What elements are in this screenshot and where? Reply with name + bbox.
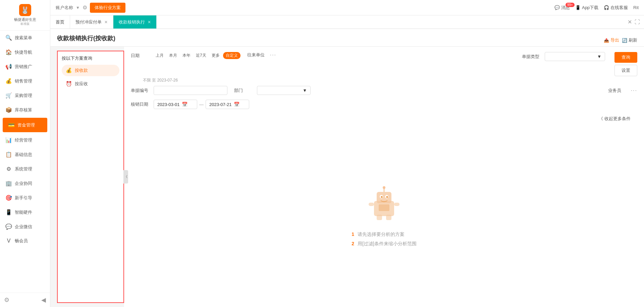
doc-no-label: 单据编号 (131, 88, 151, 94)
filter-area: 按以下方案查询 💰 按收款 ⏰ 按应收 《 日期 (50, 47, 644, 307)
refresh-icon: 🔄 (622, 38, 627, 43)
account-dropdown-icon[interactable]: ▼ (76, 5, 80, 10)
logo-text: 畅捷通好生意 (14, 17, 36, 22)
content-header: 收款核销执行(按收款) 📤 导出 🔄 刷新 (50, 29, 644, 47)
date-opt-custom[interactable]: 自定义 (223, 52, 240, 59)
doc-type-select[interactable]: ▼ (545, 52, 605, 61)
inventory-nav-icon: 📦 (5, 107, 12, 113)
date-opt-this-year[interactable]: 本年 (180, 52, 193, 59)
dept-select[interactable]: ▼ (257, 86, 311, 95)
export-btn[interactable]: 📤 导出 (604, 37, 619, 43)
sidebar-item-purchase[interactable]: 🛒采购管理 (0, 88, 50, 103)
tabbar: 首页 预付冲应付单 ✕ 收款核销执行 ✕ ✕ ⛶ (50, 15, 644, 29)
tab-receipt-cancel-close[interactable]: ✕ (148, 20, 151, 24)
staff-label: 业务员 (608, 88, 628, 94)
dept-label: 部门 (234, 88, 254, 94)
message-badge: 99+ (566, 3, 575, 7)
tabbar-actions: ✕ ⛶ (624, 15, 644, 29)
tab-advance-payment-label: 预付冲应付单 (75, 19, 102, 25)
date-opt-last-month[interactable]: 上月 (154, 52, 166, 59)
svg-rect-12 (379, 204, 389, 211)
purchase-nav-label: 采购管理 (15, 93, 32, 99)
verify-end-date[interactable]: 2023-07-21 📅 (206, 100, 249, 109)
basic-info-nav-icon: 📋 (5, 151, 12, 158)
verify-end-cal-icon[interactable]: 📅 (234, 102, 239, 107)
verify-start-cal-icon[interactable]: 📅 (182, 102, 187, 107)
sidebar-item-wechat[interactable]: 💬企业微信 (0, 219, 50, 234)
enterprise-nav-icon: 🏢 (5, 180, 12, 187)
collapse-more-btn[interactable]: 《 收起更多条件 (131, 114, 637, 124)
tab-home-label: 首页 (56, 19, 64, 25)
hint-num-2: 2 (352, 241, 354, 246)
app-download-btn[interactable]: 📱 App下载 (575, 5, 598, 11)
hint-text-1: 请先选择要分析的方案 (358, 232, 405, 237)
marketing-nav-label: 营销推广 (15, 64, 32, 70)
close-all-tabs-icon[interactable]: ✕ (628, 19, 632, 25)
filter-by-receipt[interactable]: 💰 按收款 (62, 65, 119, 76)
sidebar-item-guide[interactable]: 🎯新手引导 (0, 191, 50, 205)
messages-btn[interactable]: 💬 消息 99+ (554, 5, 570, 11)
verify-date-label: 核销日期 (131, 101, 151, 107)
user-name[interactable]: Rit (633, 5, 639, 10)
expand-tab-icon[interactable]: ⛶ (635, 19, 640, 25)
sidebar-item-member[interactable]: V畅会员 (0, 234, 50, 248)
sidebar-item-marketing[interactable]: 📢营销推广 (0, 59, 50, 74)
empty-hint: 1 请先选择要分析的方案 2 用[过滤]条件来缩小分析范围 (352, 229, 416, 248)
page-title: 收款核销执行(按收款) (57, 34, 115, 42)
doc-type-label: 单据类型 (522, 54, 542, 60)
receipt-filter-icon: 💰 (66, 67, 72, 73)
marketing-nav-icon: 📢 (5, 63, 12, 70)
hardware-nav-label: 智能硬件 (15, 209, 32, 215)
settings-btn[interactable]: 设置 (614, 65, 637, 76)
tab-advance-payment[interactable]: 预付冲应付单 ✕ (70, 15, 113, 29)
sales-nav-label: 销售管理 (15, 78, 32, 84)
verify-start-date[interactable]: 2023-03-01 📅 (154, 100, 197, 109)
collapse-sidebar-icon[interactable]: ◀ (41, 296, 46, 304)
system-nav-label: 系统管理 (15, 166, 32, 172)
sidebar-item-finance[interactable]: 💳资金管理 (3, 118, 47, 132)
sidebar-item-enterprise[interactable]: 🏢企业协同 (0, 176, 50, 191)
online-service-btn[interactable]: 🎧 在线客服 (604, 5, 628, 11)
filter-panel-title: 按以下方案查询 (62, 55, 119, 61)
tab-home[interactable]: 首页 (50, 15, 70, 29)
sidebar-item-hardware[interactable]: 📱智能硬件 (0, 205, 50, 219)
collapse-left-panel-btn[interactable]: 《 (123, 170, 128, 184)
receivable-filter-icon: ⏰ (66, 81, 72, 87)
industry-btn[interactable]: 体验行业方案 (90, 3, 125, 13)
refresh-btn[interactable]: 🔄 刷新 (622, 37, 637, 43)
filter-by-receivable[interactable]: ⏰ 按应收 (62, 78, 119, 90)
sidebar-item-system[interactable]: ⚙系统管理 (0, 162, 50, 176)
sidebar-bottom: ⚙ ◀ (0, 293, 50, 307)
doc-no-input[interactable] (154, 86, 227, 95)
quick-nav-nav-label: 快捷导航 (15, 49, 32, 55)
date-range-dash: — (199, 102, 204, 107)
svg-rect-9 (394, 203, 399, 206)
collapse-more-icon: 《 (599, 116, 603, 122)
sidebar-item-inventory[interactable]: 📦库存核算 (0, 103, 50, 117)
sidebar-item-basic-info[interactable]: 📋基础信息 (0, 147, 50, 162)
date-opt-this-month[interactable]: 本月 (167, 52, 179, 59)
filter-left-panel: 按以下方案查询 💰 按收款 ⏰ 按应收 《 (57, 51, 124, 303)
topbar-right: 💬 消息 99+ 📱 App下载 🎧 在线客服 Rit (554, 5, 639, 11)
inventory-nav-label: 库存核算 (15, 107, 32, 113)
date-opt-7days[interactable]: 近7天 (194, 52, 208, 59)
empty-state: 1 请先选择要分析的方案 2 用[过滤]条件来缩小分析范围 (124, 124, 644, 307)
sidebar: 🐰 畅捷通好生意 标准版 🔍搜索菜单🏠快捷导航📢营销推广💰销售管理🛒采购管理📦库… (0, 0, 50, 307)
sidebar-item-quick-nav[interactable]: 🏠快捷导航 (0, 45, 50, 59)
svg-rect-10 (377, 215, 382, 220)
svg-point-5 (386, 196, 388, 198)
sales-nav-icon: 💰 (5, 78, 12, 84)
sidebar-item-sales[interactable]: 💰销售管理 (0, 74, 50, 88)
tab-receipt-cancel[interactable]: 收款核销执行 ✕ (113, 15, 157, 29)
query-btn[interactable]: 查询 (614, 52, 637, 63)
verify-start-value: 2023-03-01 (157, 102, 180, 107)
sidebar-item-search[interactable]: 🔍搜索菜单 (0, 31, 50, 45)
gear-icon[interactable]: ⚙ (83, 4, 87, 11)
tab-advance-payment-close[interactable]: ✕ (104, 20, 108, 24)
search-nav-icon: 🔍 (5, 35, 12, 41)
settings-bottom-icon[interactable]: ⚙ (4, 296, 9, 304)
sidebar-item-operations[interactable]: 📊经营管理 (0, 133, 50, 147)
empty-robot-illustration (364, 183, 404, 223)
date-opt-more[interactable]: 更多 (210, 52, 222, 59)
sidebar-nav: 🔍搜索菜单🏠快捷导航📢营销推广💰销售管理🛒采购管理📦库存核算💳资金管理📊经营管理… (0, 31, 50, 293)
